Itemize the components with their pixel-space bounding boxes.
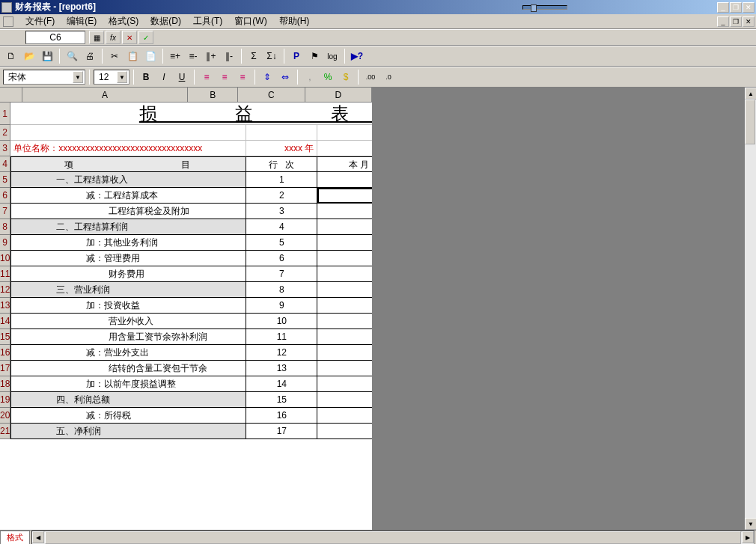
cancel-icon[interactable]: ✕ bbox=[122, 31, 137, 44]
row-header[interactable]: 20 bbox=[0, 408, 10, 424]
decimal-dec-icon[interactable]: .0 bbox=[380, 69, 397, 85]
month-value[interactable] bbox=[317, 345, 372, 361]
menu-file[interactable]: 文件(F) bbox=[19, 13, 61, 29]
chevron-down-icon[interactable]: ▼ bbox=[73, 71, 83, 83]
header-rownum[interactable]: 行 次 bbox=[246, 156, 317, 172]
item-label[interactable]: 财务费用 bbox=[10, 266, 246, 282]
decimal-inc-icon[interactable]: .00 bbox=[362, 69, 379, 85]
row-header[interactable]: 10 bbox=[0, 251, 10, 266]
open-icon[interactable]: 📂 bbox=[21, 48, 37, 64]
row-header[interactable]: 4 bbox=[0, 156, 10, 172]
month-value[interactable] bbox=[317, 361, 372, 376]
header-month[interactable]: 本 月 数 bbox=[317, 156, 372, 172]
month-value[interactable] bbox=[317, 172, 372, 188]
row-number[interactable]: 5 bbox=[246, 235, 317, 251]
month-value[interactable] bbox=[317, 204, 372, 219]
row-header[interactable]: 16 bbox=[0, 345, 10, 361]
scroll-down-icon[interactable]: ▼ bbox=[745, 518, 756, 530]
item-label[interactable]: 加：以前年度损益调整 bbox=[10, 376, 246, 392]
horizontal-scrollbar[interactable]: ◀ ▶ bbox=[31, 531, 755, 544]
month-value[interactable] bbox=[317, 408, 372, 424]
underline-icon[interactable]: U bbox=[174, 69, 190, 85]
row-number[interactable]: 4 bbox=[246, 219, 317, 235]
row-header[interactable]: 17 bbox=[0, 361, 10, 376]
month-value[interactable] bbox=[317, 282, 372, 298]
paste-icon[interactable]: 📄 bbox=[142, 48, 159, 64]
currency-icon[interactable]: $ bbox=[338, 69, 354, 85]
row-number[interactable]: 13 bbox=[246, 361, 317, 376]
month-value[interactable] bbox=[317, 235, 372, 251]
copy-icon[interactable]: 📋 bbox=[124, 48, 141, 64]
menu-format[interactable]: 格式(S) bbox=[103, 13, 144, 29]
month-value[interactable] bbox=[317, 251, 372, 266]
item-label[interactable]: 加：其他业务利润 bbox=[10, 235, 246, 251]
mdi-minimize-button[interactable]: _ bbox=[717, 16, 729, 27]
vertical-scrollbar[interactable]: ▲ ▼ bbox=[744, 88, 756, 530]
item-label[interactable]: 减：工程结算成本 bbox=[10, 188, 246, 204]
month-value[interactable] bbox=[317, 376, 372, 392]
row-header[interactable]: 18 bbox=[0, 376, 10, 392]
month-value[interactable] bbox=[317, 188, 372, 204]
chevron-down-icon[interactable]: ▼ bbox=[117, 71, 127, 83]
mdi-restore-button[interactable]: ❐ bbox=[730, 16, 742, 27]
p-icon[interactable]: P bbox=[288, 48, 305, 64]
item-label[interactable]: 结转的含量工资包干节余 bbox=[10, 361, 246, 376]
save-icon[interactable]: 💾 bbox=[39, 48, 55, 64]
align-right-icon[interactable]: ≡ bbox=[234, 69, 251, 85]
cell[interactable] bbox=[317, 125, 372, 141]
preview-icon[interactable]: 🔍 bbox=[64, 48, 80, 64]
fb-wizard-icon[interactable]: ▦ bbox=[89, 31, 104, 44]
month-value[interactable] bbox=[317, 219, 372, 235]
size-combo[interactable]: 12 ▼ bbox=[94, 70, 129, 85]
org-name[interactable]: 单位名称：xxxxxxxxxxxxxxxxxxxxxxxxxxxxxxxx bbox=[10, 141, 246, 156]
scroll-up-icon[interactable]: ▲ bbox=[745, 88, 756, 100]
bold-icon[interactable]: B bbox=[138, 69, 154, 85]
cut-icon[interactable]: ✂ bbox=[106, 48, 123, 64]
item-label[interactable]: 四、利润总额 bbox=[10, 392, 246, 408]
item-label[interactable]: 三、营业利润 bbox=[10, 282, 246, 298]
cell[interactable] bbox=[10, 125, 246, 141]
row-header[interactable]: 14 bbox=[0, 314, 10, 329]
row-number[interactable]: 3 bbox=[246, 204, 317, 219]
month-value[interactable] bbox=[317, 298, 372, 314]
row-header[interactable]: 13 bbox=[0, 298, 10, 314]
item-label[interactable]: 工程结算税金及附加 bbox=[10, 204, 246, 219]
name-box[interactable]: C6 bbox=[25, 31, 85, 44]
row-number[interactable]: 10 bbox=[246, 314, 317, 329]
vscroll-thumb[interactable] bbox=[745, 100, 755, 144]
select-all-corner[interactable] bbox=[0, 88, 22, 103]
menu-help[interactable]: 帮助(H) bbox=[273, 13, 316, 29]
item-label[interactable]: 一、工程结算收入 bbox=[10, 172, 246, 188]
month-value[interactable] bbox=[317, 266, 372, 282]
mdi-close-button[interactable]: ✕ bbox=[743, 16, 755, 27]
scroll-left-icon[interactable]: ◀ bbox=[32, 531, 44, 543]
month[interactable]: xx 月 bbox=[317, 141, 372, 156]
month-value[interactable] bbox=[317, 314, 372, 329]
row-header[interactable]: 7 bbox=[0, 204, 10, 219]
item-label[interactable]: 减：管理费用 bbox=[10, 251, 246, 266]
menu-tools[interactable]: 工具(T) bbox=[187, 13, 228, 29]
col-header-c[interactable]: C bbox=[238, 88, 305, 103]
row-number[interactable]: 2 bbox=[246, 188, 317, 204]
row-number[interactable]: 7 bbox=[246, 266, 317, 282]
minimize-button[interactable]: _ bbox=[717, 2, 729, 13]
menu-window[interactable]: 窗口(W) bbox=[228, 13, 272, 29]
row-header[interactable]: 9 bbox=[0, 235, 10, 251]
row-header[interactable]: 15 bbox=[0, 329, 10, 345]
row-header[interactable]: 2 bbox=[0, 125, 10, 141]
row-header[interactable]: 8 bbox=[0, 219, 10, 235]
maximize-button[interactable]: ❐ bbox=[730, 2, 742, 13]
col-header-b[interactable]: B bbox=[188, 88, 238, 103]
row-number[interactable]: 16 bbox=[246, 408, 317, 424]
align-center-icon[interactable]: ≡ bbox=[216, 69, 233, 85]
hscroll-thumb[interactable] bbox=[45, 531, 741, 544]
align-left-icon[interactable]: ≡ bbox=[198, 69, 215, 85]
print-icon[interactable]: 🖨 bbox=[82, 48, 98, 64]
new-icon[interactable]: 🗋 bbox=[3, 48, 19, 64]
flag-icon[interactable]: ⚑ bbox=[306, 48, 323, 64]
sum-icon[interactable]: Σ bbox=[246, 48, 262, 64]
row-number[interactable]: 8 bbox=[246, 282, 317, 298]
item-label[interactable]: 减：营业外支出 bbox=[10, 345, 246, 361]
item-label[interactable]: 用含量工资节余弥补利润 bbox=[10, 329, 246, 345]
item-label[interactable]: 减：所得税 bbox=[10, 408, 246, 424]
